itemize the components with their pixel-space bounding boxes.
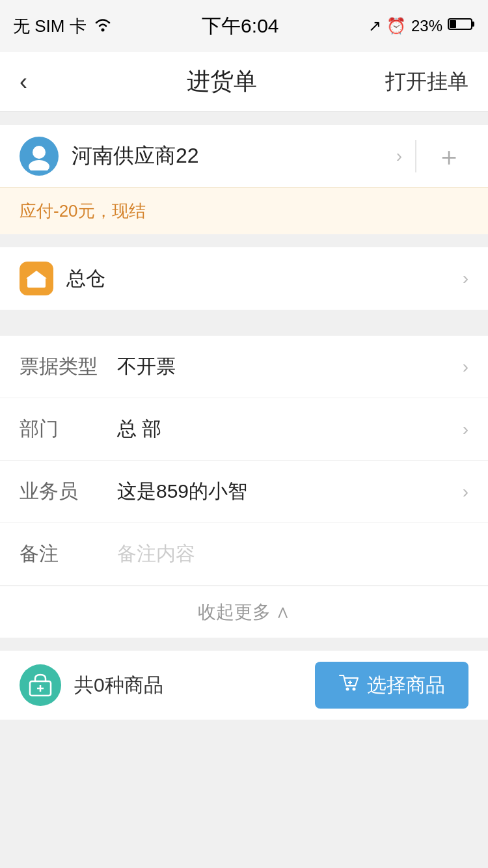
select-product-button[interactable]: 选择商品	[315, 662, 468, 709]
invoice-type-label: 票据类型	[20, 353, 117, 380]
status-time: 下午6:04	[202, 13, 278, 40]
remark-label: 备注	[20, 541, 117, 567]
gap-2	[0, 234, 488, 247]
nav-bar: ‹ 进货单 打开挂单	[0, 52, 488, 112]
collapse-label: 收起更多 ∧	[198, 600, 291, 625]
invoice-type-row[interactable]: 票据类型 不开票 ›	[0, 336, 488, 398]
divider	[415, 140, 416, 172]
department-chevron: ›	[463, 419, 468, 440]
notice-text: 应付-20元，现结	[20, 201, 146, 221]
warehouse-name: 总仓	[66, 265, 463, 292]
supplier-name: 河南供应商22	[72, 142, 396, 170]
chevron-right-icon: ›	[396, 146, 402, 167]
form-section: 票据类型 不开票 › 部门 总 部 › 业务员 这是859的小智 › 备注 备注…	[0, 336, 488, 638]
department-label: 部门	[20, 416, 117, 442]
remark-row[interactable]: 备注 备注内容	[0, 523, 488, 586]
add-supplier-button[interactable]: ＋	[429, 137, 468, 176]
svg-point-4	[33, 146, 46, 159]
invoice-type-value: 不开票	[117, 353, 463, 380]
open-pending-button[interactable]: 打开挂单	[385, 68, 468, 96]
gap-1	[0, 112, 488, 125]
battery-text: 23%	[411, 17, 442, 35]
warehouse-row[interactable]: 总仓 ›	[0, 247, 488, 310]
wifi-icon	[93, 16, 113, 36]
department-value: 总 部	[117, 416, 463, 442]
supplier-row[interactable]: 河南供应商22 ›	[20, 125, 402, 187]
back-button[interactable]: ‹	[20, 68, 59, 96]
status-carrier: 无 SIM 卡	[13, 15, 113, 38]
salesperson-row[interactable]: 业务员 这是859的小智 ›	[0, 461, 488, 523]
warehouse-chevron-icon: ›	[463, 268, 468, 289]
svg-marker-7	[26, 271, 47, 278]
select-product-label: 选择商品	[367, 672, 445, 699]
svg-rect-6	[27, 277, 46, 288]
svg-rect-3	[450, 20, 456, 28]
salesperson-value: 这是859的小智	[117, 478, 463, 505]
svg-point-0	[101, 28, 104, 31]
remark-input[interactable]: 备注内容	[117, 541, 468, 567]
status-right: ↗ ⏰ 23%	[368, 17, 475, 35]
alarm-icon: ⏰	[386, 17, 406, 35]
supplier-section: 河南供应商22 › ＋	[0, 125, 488, 187]
warehouse-icon-bg	[20, 262, 53, 295]
svg-rect-2	[472, 21, 474, 27]
status-bar: 无 SIM 卡 下午6:04 ↗ ⏰ 23%	[0, 0, 488, 52]
svg-point-11	[346, 687, 349, 690]
location-icon: ↗	[368, 17, 381, 35]
battery-icon	[448, 17, 475, 35]
department-row[interactable]: 部门 总 部 ›	[0, 398, 488, 461]
collapse-row[interactable]: 收起更多 ∧	[0, 586, 488, 638]
product-icon	[20, 664, 61, 706]
bottom-bar: 共0种商品 选择商品	[0, 651, 488, 720]
supplier-avatar	[20, 137, 59, 176]
product-count: 共0种商品	[74, 672, 315, 699]
salesperson-label: 业务员	[20, 478, 117, 505]
cart-icon	[338, 674, 360, 697]
carrier-text: 无 SIM 卡	[13, 15, 87, 38]
page-title: 进货单	[187, 66, 257, 98]
svg-point-12	[353, 687, 356, 690]
svg-point-5	[29, 160, 49, 170]
invoice-type-chevron: ›	[463, 357, 468, 377]
gap-3	[0, 310, 488, 323]
notice-banner: 应付-20元，现结	[0, 187, 488, 234]
salesperson-chevron: ›	[463, 481, 468, 502]
